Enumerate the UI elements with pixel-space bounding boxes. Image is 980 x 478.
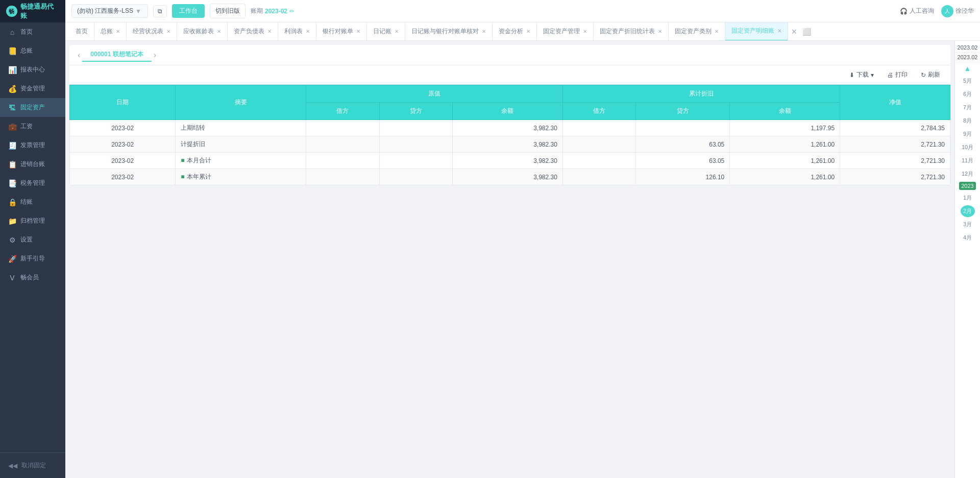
tab-fa-category-close[interactable]: ✕ bbox=[715, 29, 719, 34]
month-nav-item[interactable]: 7月 bbox=[958, 102, 978, 113]
period-label: 账期 bbox=[251, 7, 263, 15]
tab-operations-close[interactable]: ✕ bbox=[166, 29, 170, 34]
tab-receivables-close[interactable]: ✕ bbox=[217, 29, 221, 34]
td-orig-debit bbox=[306, 136, 379, 153]
tab-profit-close[interactable]: ✕ bbox=[306, 29, 310, 34]
sidebar-item-label: 设置 bbox=[20, 235, 33, 244]
sidebar-item-home[interactable]: ⌂ 首页 bbox=[0, 22, 65, 41]
td-net-value: 2,721.30 bbox=[840, 169, 950, 185]
sidebar-item-closing[interactable]: 🔒 结账 bbox=[0, 193, 65, 211]
tab-fund-analysis-close[interactable]: ✕ bbox=[526, 29, 530, 34]
user-menu[interactable]: 人 徐泾华 bbox=[941, 5, 974, 17]
month-nav-item[interactable]: 2月 bbox=[961, 205, 975, 217]
sidebar-item-ledger[interactable]: 📒 总账 bbox=[0, 41, 65, 60]
sidebar-item-archive[interactable]: 📁 归档管理 bbox=[0, 211, 65, 230]
tab-receivables[interactable]: 应收账龄表 ✕ bbox=[177, 22, 228, 41]
tab-ledger-close[interactable]: ✕ bbox=[116, 29, 120, 34]
month-nav-item[interactable]: 11月 bbox=[958, 155, 978, 166]
funds-icon: 💰 bbox=[8, 85, 16, 93]
headset-icon: 🎧 bbox=[900, 8, 908, 15]
unpin-button[interactable]: ◀◀ 取消固定 bbox=[0, 457, 65, 474]
tab-fa-detail[interactable]: 固定资产明细账 ✕ bbox=[725, 22, 788, 41]
tab-fa-depreciation-close[interactable]: ✕ bbox=[658, 29, 662, 34]
th-accum-debit: 借方 bbox=[562, 103, 635, 120]
close-all-btn[interactable]: ✕ bbox=[790, 28, 798, 36]
sub-tab-asset-001[interactable]: 000001 联想笔记本 bbox=[82, 48, 151, 62]
sidebar-item-label: 发票管理 bbox=[20, 141, 45, 150]
chevron-down-icon: ▼ bbox=[135, 8, 141, 15]
month-nav-item[interactable]: 3月 bbox=[958, 219, 978, 230]
month-nav-item[interactable]: 10月 bbox=[958, 141, 978, 153]
sidebar-item-guide[interactable]: 🚀 新手引导 bbox=[0, 249, 65, 268]
tab-journal-close[interactable]: ✕ bbox=[395, 29, 399, 34]
td-summary: 计提折旧 bbox=[176, 136, 306, 153]
tab-fund-analysis[interactable]: 资金分析 ✕ bbox=[493, 22, 537, 41]
company-selector[interactable]: (勿动) 江西服务-LSS ▼ bbox=[71, 4, 148, 18]
sidebar-item-settings[interactable]: ⚙ 设置 bbox=[0, 230, 65, 249]
topbar-right: 🎧 人工咨询 人 徐泾华 bbox=[900, 5, 974, 17]
month-nav-item[interactable]: 6月 bbox=[958, 88, 978, 100]
tab-balance-sheet-close[interactable]: ✕ bbox=[267, 29, 272, 34]
td-orig-balance: 3,982.30 bbox=[453, 120, 563, 136]
download-label: 下载 bbox=[856, 70, 869, 79]
tab-fa-detail-close[interactable]: ✕ bbox=[777, 28, 781, 34]
sidebar-item-label: 归档管理 bbox=[20, 217, 45, 225]
print-button[interactable]: 🖨 打印 bbox=[883, 68, 912, 81]
td-date: 2023-02 bbox=[70, 153, 176, 169]
sidebar-item-label: 首页 bbox=[20, 28, 33, 36]
tab-reconciliation-close[interactable]: ✕ bbox=[482, 29, 486, 34]
tabs-bar: 首页 总账 ✕ 经营状况表 ✕ 应收账龄表 ✕ 资产负债表 ✕ 利润表 ✕ 银行… bbox=[65, 22, 980, 41]
switch-old-button[interactable]: 切到旧版 bbox=[210, 4, 246, 18]
tab-fa-depreciation[interactable]: 固定资产折旧统计表 ✕ bbox=[594, 22, 669, 41]
tab-balance-sheet-label: 资产负债表 bbox=[234, 27, 264, 36]
period-edit-icon[interactable]: ✏ bbox=[289, 8, 295, 15]
tab-ledger[interactable]: 总账 ✕ bbox=[94, 22, 127, 41]
month-nav-item[interactable]: 12月 bbox=[958, 168, 978, 180]
help-button[interactable]: 🎧 人工咨询 bbox=[900, 7, 934, 15]
copy-btn[interactable]: ⧉ bbox=[153, 5, 167, 17]
td-accum-debit bbox=[562, 153, 635, 169]
sidebar-item-label: 进销台账 bbox=[20, 160, 45, 169]
help-label: 人工咨询 bbox=[910, 7, 934, 15]
tab-journal[interactable]: 日记账 ✕ bbox=[367, 22, 405, 41]
refresh-icon: ↻ bbox=[921, 71, 926, 79]
tab-reconciliation-label: 日记账与银行对账单核对 bbox=[411, 27, 479, 36]
download-button[interactable]: ⬇ 下载 ▾ bbox=[845, 68, 878, 81]
month-nav-item[interactable]: 9月 bbox=[958, 128, 978, 140]
th-orig-debit: 借方 bbox=[306, 103, 379, 120]
refresh-button[interactable]: ↻ 刷新 bbox=[917, 68, 944, 81]
maximize-btn[interactable]: ⬜ bbox=[801, 28, 812, 36]
month-nav-item[interactable]: 5月 bbox=[958, 75, 978, 87]
tab-bank-statement-close[interactable]: ✕ bbox=[356, 29, 360, 34]
sub-tab-next-btn[interactable]: › bbox=[152, 51, 158, 60]
sidebar-item-funds[interactable]: 💰 资金管理 bbox=[0, 79, 65, 98]
tab-fa-management-close[interactable]: ✕ bbox=[583, 29, 587, 34]
sidebar-item-fixed-assets[interactable]: 🏗 固定资产 bbox=[0, 98, 65, 117]
sidebar-item-invoice[interactable]: 🧾 发票管理 bbox=[0, 136, 65, 155]
month-nav-item[interactable]: 1月 bbox=[958, 192, 978, 204]
table-row: 2023-02 ■本年累计 3,982.30 126.10 1,261.00 2… bbox=[70, 169, 950, 185]
month-nav-item[interactable]: 2023 bbox=[959, 182, 975, 190]
tab-bank-statement[interactable]: 银行对账单 ✕ bbox=[316, 22, 367, 41]
salary-icon: 💼 bbox=[8, 123, 16, 131]
sidebar-item-sales[interactable]: 📋 进销台账 bbox=[0, 155, 65, 174]
td-orig-credit bbox=[379, 169, 452, 185]
tab-fa-management[interactable]: 固定资产管理 ✕ bbox=[537, 22, 594, 41]
tab-balance-sheet[interactable]: 资产负债表 ✕ bbox=[228, 22, 278, 41]
tab-profit[interactable]: 利润表 ✕ bbox=[278, 22, 316, 41]
sidebar-item-salary[interactable]: 💼 工资 bbox=[0, 117, 65, 136]
tab-fa-category[interactable]: 固定资产类别 ✕ bbox=[669, 22, 725, 41]
month-nav-up-btn[interactable]: ▲ bbox=[955, 62, 980, 75]
sidebar-item-tax[interactable]: 📑 税务管理 bbox=[0, 174, 65, 193]
td-accum-credit bbox=[636, 120, 730, 136]
tab-home[interactable]: 首页 bbox=[69, 22, 94, 41]
work-bench-button[interactable]: 工作台 bbox=[172, 4, 205, 18]
sidebar-item-membership[interactable]: V 畅会员 bbox=[0, 268, 65, 287]
tab-reconciliation[interactable]: 日记账与银行对账单核对 ✕ bbox=[405, 22, 493, 41]
sidebar-item-reports[interactable]: 📊 报表中心 bbox=[0, 60, 65, 79]
month-nav-item[interactable]: 8月 bbox=[958, 115, 978, 127]
sub-tab-prev-btn[interactable]: ‹ bbox=[76, 51, 82, 60]
tab-operations[interactable]: 经营状况表 ✕ bbox=[127, 22, 177, 41]
th-original-value: 原值 bbox=[306, 85, 563, 103]
month-nav-item[interactable]: 4月 bbox=[958, 232, 978, 244]
